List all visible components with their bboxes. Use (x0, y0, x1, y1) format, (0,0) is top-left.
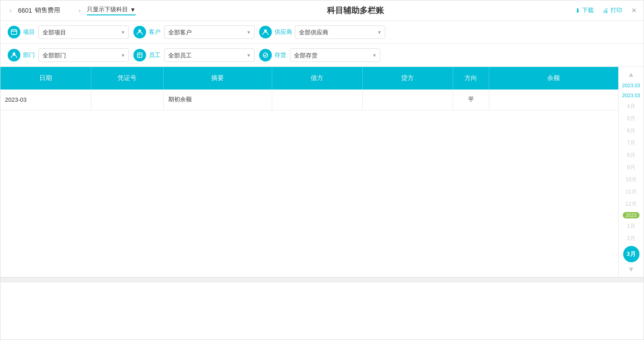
download-label: 下载 (582, 6, 594, 14)
department-label: 部门 (23, 51, 36, 59)
bottom-scrollbar[interactable] (0, 277, 644, 283)
cell-voucher (91, 90, 163, 110)
timeline-month-item[interactable]: 2月 (619, 232, 644, 245)
show-sub-label: 只显示下级科目 (87, 5, 128, 14)
project-filter-group: 项目 全部项目 (8, 25, 129, 39)
col-debit: 借方 (272, 67, 362, 90)
supplier-icon (259, 26, 272, 38)
inventory-select[interactable]: 全部存货 (290, 48, 380, 62)
download-icon: ⬇ (575, 7, 580, 14)
cell-date: 2023-03 (0, 90, 91, 110)
supplier-select-wrapper: 全部供应商 (295, 25, 385, 39)
account-code: 6601 销售费用 (18, 6, 72, 14)
timeline-year-badge: 2023 (623, 212, 639, 218)
svg-point-4 (264, 29, 267, 32)
timeline-month-item[interactable]: 1月 (619, 220, 644, 232)
col-balance: 余额 (489, 67, 618, 90)
next-arrow[interactable]: › (77, 6, 83, 15)
show-sub-dropdown[interactable]: 只显示下级科目 ▼ (87, 5, 136, 15)
page-title: 科目辅助多栏账 (140, 5, 571, 16)
department-icon (8, 49, 20, 61)
timeline-item-active[interactable]: 3月 (623, 246, 639, 262)
inventory-icon (259, 49, 272, 61)
table-row: 2023-03 期初余额 平 (0, 90, 618, 110)
inventory-filter-group: 存货 全部存货 (259, 48, 380, 62)
content-area: 日期 凭证号 摘要 借方 贷方 方向 余额 2023-03 期初余额 平 (0, 67, 644, 277)
inventory-select-wrapper: 全部存货 (290, 48, 380, 62)
app-window: ‹ 6601 销售费用 › 只显示下级科目 ▼ 科目辅助多栏账 ⬇ 下载 🖨 打… (0, 0, 644, 340)
timeline-selected-range[interactable]: 2023.03 (619, 90, 644, 100)
col-credit: 贷方 (362, 67, 453, 90)
department-filter-group: 部门 全部部门 (8, 48, 129, 62)
download-button[interactable]: ⬇ 下载 (575, 6, 594, 14)
project-label: 项目 (23, 28, 36, 36)
cell-summary: 期初余额 (163, 90, 272, 110)
supplier-label: 供应商 (275, 28, 292, 36)
customer-select[interactable]: 全部客户 (164, 25, 255, 39)
timeline-month-item[interactable]: 12月 (619, 198, 644, 210)
supplier-select[interactable]: 全部供应商 (295, 25, 385, 39)
timeline-panel: ▲ 2023.032023.034月5月6月7月8月9月10月11月12月202… (618, 67, 644, 277)
timeline-month-item[interactable]: 10月 (619, 174, 644, 186)
table-area: 日期 凭证号 摘要 借方 贷方 方向 余额 2023-03 期初余额 平 (0, 67, 618, 277)
timeline-month-item[interactable]: 7月 (619, 137, 644, 149)
filter-bar-row2: 部门 全部部门 员工 全部员工 (0, 44, 644, 67)
timeline-month-item[interactable]: 4月 (619, 100, 644, 113)
customer-select-wrapper: 全部客户 (164, 25, 255, 39)
print-icon: 🖨 (603, 7, 609, 14)
col-voucher: 凭证号 (91, 67, 163, 90)
department-select[interactable]: 全部部门 (38, 48, 129, 62)
department-select-wrapper: 全部部门 (38, 48, 129, 62)
project-select[interactable]: 全部项目 (38, 25, 129, 39)
cell-debit (272, 90, 362, 110)
timeline-month-item[interactable]: 5月 (619, 113, 644, 125)
timeline-month-item[interactable]: 8月 (619, 149, 644, 161)
employee-icon (133, 49, 146, 61)
top-actions: ⬇ 下载 🖨 打印 (575, 6, 622, 14)
timeline-month-item[interactable]: 11月 (619, 186, 644, 198)
timeline-selected-range[interactable]: 2023.03 (619, 80, 644, 90)
svg-rect-0 (11, 30, 17, 34)
customer-label: 客户 (149, 28, 161, 36)
account-name: 销售费用 (35, 6, 60, 14)
employee-filter-group: 员工 全部员工 (133, 48, 255, 62)
timeline-month-item[interactable]: 9月 (619, 161, 644, 174)
print-label: 打印 (611, 6, 622, 14)
customer-filter-group: 客户 全部客户 (133, 25, 255, 39)
svg-rect-6 (137, 53, 142, 57)
customer-icon (133, 26, 146, 38)
table-header-row: 日期 凭证号 摘要 借方 贷方 方向 余额 (0, 67, 618, 90)
top-bar: ‹ 6601 销售费用 › 只显示下级科目 ▼ 科目辅助多栏账 ⬇ 下载 🖨 打… (0, 0, 644, 21)
account-number: 6601 (18, 7, 32, 14)
inventory-label: 存货 (275, 51, 287, 59)
filter-bar: 项目 全部项目 客户 全部客户 (0, 21, 644, 44)
cell-balance (489, 90, 618, 110)
cell-direction: 平 (453, 90, 489, 110)
prev-arrow[interactable]: ‹ (8, 6, 14, 15)
timeline-month-item[interactable]: 6月 (619, 125, 644, 137)
timeline-down-arrow[interactable]: ▼ (626, 264, 637, 275)
employee-select-wrapper: 全部员工 (164, 48, 255, 62)
supplier-filter-group: 供应商 全部供应商 (259, 25, 385, 39)
ledger-table: 日期 凭证号 摘要 借方 贷方 方向 余额 2023-03 期初余额 平 (0, 67, 618, 110)
cell-credit (362, 90, 453, 110)
project-icon (8, 26, 20, 38)
project-select-wrapper: 全部项目 (38, 25, 129, 39)
col-summary: 摘要 (163, 67, 272, 90)
timeline-up-arrow[interactable]: ▲ (626, 69, 637, 80)
employee-select[interactable]: 全部员工 (164, 48, 255, 62)
col-direction: 方向 (453, 67, 489, 90)
svg-point-5 (13, 52, 15, 55)
close-button[interactable]: × (631, 6, 636, 15)
employee-label: 员工 (149, 51, 161, 59)
col-date: 日期 (0, 67, 91, 90)
print-button[interactable]: 🖨 打印 (603, 6, 622, 14)
show-sub-arrow: ▼ (130, 6, 136, 13)
